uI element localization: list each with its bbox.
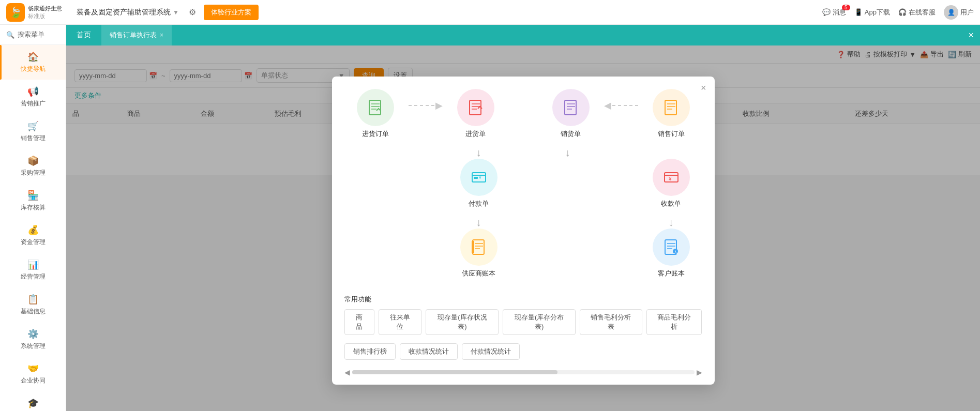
svg-rect-18 (474, 177, 478, 179)
svg-rect-0 (369, 100, 381, 115)
customer-icon: 人 (662, 238, 681, 256)
tab-sales-order[interactable]: 销售订单执行表 × (101, 25, 172, 45)
payment-circle: ¥ (460, 159, 497, 196)
top-right-area: 💬 消息 5 📱 App下载 🎧 在线客服 👤 用户 (822, 5, 974, 20)
search-menu-button[interactable]: 🔍 搜索菜单 (0, 25, 66, 45)
logo-area: 🍃 畅康通好生意 标准版 (6, 3, 72, 22)
dropdown-arrow-icon[interactable]: ▼ (173, 9, 179, 16)
sidebar-item-operations[interactable]: 📊经营管理 (0, 253, 66, 287)
common-btn-现存量库存分布表[interactable]: 现存量(库存分布表) (503, 309, 576, 335)
message-button[interactable]: 💬 消息 5 (822, 8, 846, 17)
svg-text:人: 人 (674, 250, 677, 254)
common-btn-商品[interactable]: 商品 (344, 309, 375, 335)
flow-node-supplier[interactable]: 供应商账本 (448, 229, 510, 278)
marketing-icon: 📢 (27, 86, 39, 97)
common-title: 常用功能 (344, 295, 702, 304)
flow-node-payment[interactable]: ¥ 付款单 (448, 159, 510, 208)
scroll-left-btn[interactable]: ◀ (344, 368, 350, 376)
sidebar-item-enterprise[interactable]: 🤝企业协同 (0, 357, 66, 391)
sidebar-item-guide[interactable]: 🎓新手引导 (0, 391, 66, 411)
flow-node-receipt[interactable]: ¥ 收款单 (640, 159, 702, 208)
operations-label: 经营管理 (21, 272, 46, 281)
customer-circle: 人 (653, 229, 690, 266)
receipt-icon: ¥ (662, 168, 681, 187)
common-btn-往来单位[interactable]: 往来单位 (379, 309, 421, 335)
common-btn-row-1: 销售排行榜收款情况统计付款情况统计 (344, 343, 520, 360)
modal-overlay: × (66, 45, 980, 411)
tab-home[interactable]: 首页 (66, 25, 101, 45)
supplier-circle (460, 229, 497, 266)
gear-button[interactable]: ⚙ (185, 5, 200, 20)
receipt-circle: ¥ (653, 159, 690, 196)
content-area: 首页 销售订单执行表 × × ❓ 帮助 (66, 25, 980, 411)
flow-node-purchase-bill[interactable]: 进货单 (445, 89, 507, 139)
sidebar-item-quick-nav[interactable]: 🏠快捷导航 (0, 45, 66, 80)
supplier-label: 供应商账本 (462, 269, 495, 278)
user-avatar: 👤 (944, 5, 958, 20)
finance-label: 资金管理 (21, 238, 46, 247)
common-functions-section: 常用功能 商品往来单位现存量(库存状况表)现存量(库存分布表)销售毛利分析表商品… (344, 295, 702, 360)
sale-order-label: 销售订单 (658, 129, 685, 139)
close-content-icon[interactable]: × (968, 30, 980, 41)
sale-bill-circle (552, 89, 590, 126)
sidebar-item-purchase[interactable]: 📦采购管理 (0, 149, 66, 184)
sidebar-item-finance[interactable]: 💰资金管理 (0, 218, 66, 253)
logo-line1: 畅康通好生意 (28, 5, 62, 12)
tab-close-icon[interactable]: × (160, 32, 163, 39)
purchase-order-icon (366, 98, 385, 117)
sales-label: 销售管理 (21, 134, 46, 143)
guide-icon: 🎓 (27, 398, 39, 409)
flow-node-sale-bill[interactable]: 销货单 (540, 89, 602, 139)
purchase-bill-icon (466, 98, 485, 117)
payment-label: 付款单 (469, 199, 489, 208)
flow-node-customer[interactable]: 人 客户账本 (640, 229, 702, 278)
sale-bill-label: 销货单 (561, 129, 581, 139)
flow-row-1: 进货订单 ▶ (344, 89, 702, 139)
scrollbar-track[interactable] (352, 370, 695, 374)
common-btn-付款情况统计[interactable]: 付款情况统计 (462, 343, 520, 360)
system-icon: ⚙️ (27, 328, 39, 340)
sidebar-item-marketing[interactable]: 📢营销推广 (0, 80, 66, 114)
app-download-button[interactable]: 📱 App下载 (854, 8, 890, 17)
sidebar-item-sales[interactable]: 🛒销售管理 (0, 114, 66, 149)
inventory-icon: 🏪 (27, 190, 39, 201)
common-btn-现存量库存状况表[interactable]: 现存量(库存状况表) (426, 309, 499, 335)
common-btn-销售排行榜[interactable]: 销售排行榜 (344, 343, 396, 360)
purchase-bill-label: 进货单 (465, 129, 486, 139)
online-service-button[interactable]: 🎧 在线客服 (898, 8, 936, 17)
svg-text:¥: ¥ (668, 176, 672, 182)
common-btn-商品毛利分析[interactable]: 商品毛利分析 (646, 309, 702, 335)
sale-bill-icon (562, 98, 580, 117)
user-menu-button[interactable]: 👤 用户 (944, 5, 974, 20)
common-btns-container: 商品往来单位现存量(库存状况表)现存量(库存分布表)销售毛利分析表商品毛利分析销… (344, 309, 702, 360)
service-icon: 🎧 (898, 8, 907, 16)
enterprise-icon: 🤝 (27, 363, 39, 374)
flow-row-2: ¥ 付款单 (344, 159, 702, 208)
svg-rect-12 (665, 100, 676, 115)
sidebar-item-basic[interactable]: 📋基础信息 (0, 287, 66, 322)
operations-icon: 📊 (27, 259, 39, 270)
message-icon: 💬 (822, 8, 831, 16)
arrow-down-1: ↓ (448, 147, 510, 159)
common-btn-收款情况统计[interactable]: 收款情况统计 (400, 343, 458, 360)
experience-button[interactable]: 体验行业方案 (204, 5, 259, 20)
sidebar-item-inventory[interactable]: 🏪库存核算 (0, 184, 66, 218)
tab-bar: 首页 销售订单执行表 × × (66, 25, 980, 45)
common-btn-销售毛利分析表[interactable]: 销售毛利分析表 (580, 309, 642, 335)
purchase-order-circle (357, 89, 394, 126)
svg-text:¥: ¥ (478, 175, 481, 180)
scroll-right-btn[interactable]: ▶ (697, 368, 702, 376)
sidebar: 🔍 搜索菜单 🏠快捷导航📢营销推广🛒销售管理📦采购管理🏪库存核算💰资金管理📊经营… (0, 25, 66, 411)
flow-node-sale-order[interactable]: 销售订单 (640, 89, 702, 139)
search-icon: 🔍 (6, 31, 14, 39)
modal-scrollbar: ◀ ▶ (344, 368, 702, 376)
system-title: 装备及固定资产辅助管理系统 ▼ (72, 8, 183, 17)
flow-node-purchase-order[interactable]: 进货订单 (344, 89, 406, 139)
arrow-down-2: ↓ (537, 147, 599, 159)
finance-icon: 💰 (27, 224, 39, 236)
arrow-down-3: ↓ (448, 217, 510, 229)
modal-close-button[interactable]: × (701, 83, 706, 94)
sidebar-item-system[interactable]: ⚙️系统管理 (0, 322, 66, 357)
payment-icon: ¥ (470, 168, 488, 187)
scrollbar-thumb (352, 370, 557, 374)
